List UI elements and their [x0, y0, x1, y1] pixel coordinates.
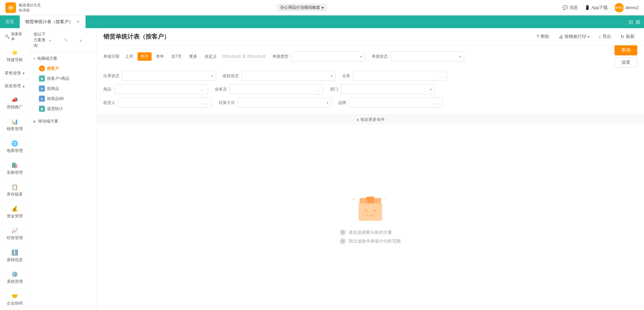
scheme-group-desktop-title[interactable]: ▾ 电脑端方案	[30, 54, 96, 63]
filter-out-status: 出库状态 ▾	[103, 71, 216, 81]
sidebar-item-basic-info[interactable]: ℹ️ 基础信息	[0, 245, 29, 267]
filter-dept: 部门 ▾	[330, 84, 435, 94]
avatar: demo2	[614, 3, 624, 12]
app-download-btn[interactable]: 📱 App下载	[585, 5, 608, 11]
svg-point-1	[10, 8, 11, 9]
ellipsis-icon: …	[438, 73, 444, 79]
tab-bar-right: ⊟ ⊞	[629, 19, 644, 25]
ellipsis-icon: …	[204, 100, 209, 105]
warehouse-input[interactable]: …	[353, 71, 447, 81]
chevron-down-icon: ▾	[211, 74, 213, 78]
date-btn-custom[interactable]: 自定义	[202, 52, 220, 61]
scheme-group-desktop: ▾ 电脑端方案 ● 按客户 ▦ 按客户+商品 ▤ 按商品 ▤ 按商品99 ▦ 退…	[30, 52, 96, 115]
settings-btn[interactable]: 设置	[614, 57, 637, 67]
scheme-group-mobile-title[interactable]: ▶ 移动端方案	[30, 116, 96, 126]
sidebar-item-sales-mgmt[interactable]: 📊 销售管理	[0, 114, 29, 136]
star-icon: ⭐	[11, 49, 18, 56]
customer-scheme-icon: ●	[39, 65, 45, 71]
collapse-panel-btn[interactable]: «	[79, 38, 92, 43]
date-btn-last-month[interactable]: 上月	[122, 52, 136, 61]
filter-salesperson: 业务员 …	[215, 84, 323, 94]
scheme-item-by-product[interactable]: ▤ 按商品	[30, 84, 96, 94]
sidebar-item-ops-mgmt[interactable]: 📈 经营管理	[0, 223, 29, 245]
chevron-up-icon: ∧	[356, 117, 359, 122]
scheme-item-return-stat[interactable]: ▦ 退货统计	[30, 104, 96, 114]
sidebar-item-retail-mgmt[interactable]: 零售管理 ▾	[0, 67, 29, 80]
product-input[interactable]: …	[114, 84, 208, 94]
sidebar-item-wholesale-mgmt[interactable]: 批发管理 ▴	[0, 80, 29, 93]
scheme-item-by-customer-product[interactable]: ▦ 按客户+商品	[30, 73, 96, 84]
left-panel: 按以下方案查询 + ✎ « ▾ 电脑端方案 ● 按客户 ▦ 按客户+商品 ▤ 按…	[30, 28, 97, 310]
date-btn-this-month[interactable]: 本月	[138, 52, 152, 61]
date-range-text: 2023-03-01 至 2023-03-31	[222, 54, 266, 59]
empty-text-list: ① 请先选择要分析的方案 ② 用过滤条件来缩小分析范围	[340, 229, 401, 244]
chart-scheme-icon2: ▦	[39, 106, 45, 112]
search-icon: 🔍	[5, 34, 10, 39]
export-icon: ↓	[599, 34, 601, 39]
scheme-item-by-product-99[interactable]: ▤ 按商品99	[30, 94, 96, 104]
sidebar-item-quick-nav[interactable]: ⭐ 快捷导航	[0, 45, 29, 67]
tab-home[interactable]: 首页	[0, 15, 20, 28]
add-scheme-btn[interactable]: +	[49, 38, 62, 43]
brand-input[interactable]: …	[349, 98, 443, 108]
chevron-icon: ▾	[23, 71, 24, 75]
tab-sales-stat[interactable]: 销货单统计表（按客户） ✕	[20, 15, 86, 28]
table-scheme-icon: ▤	[39, 86, 45, 92]
date-btn-more[interactable]: 更多	[186, 52, 200, 61]
settle-method-select[interactable]: ▾	[237, 98, 331, 108]
refresh-icon: ↻	[621, 34, 625, 39]
sidebar-item-inventory-check[interactable]: 📋 库存核算	[0, 180, 29, 202]
tab-minimize-btn[interactable]: ⊟	[629, 19, 633, 25]
industry-selector[interactable]: 办公用品行业模拟账套 ▾	[277, 4, 327, 11]
sidebar-item-ecommerce-mgmt[interactable]: 🌐 电商管理	[0, 136, 29, 158]
filter-warehouse: 仓库 …	[342, 71, 447, 81]
empty-state: ✦ ✦ ✦ ① 请先选择要分析的方案 ② 用过滤条件来缩小分析范围	[97, 124, 644, 310]
date-buttons: 上月 本月 本年 近7天 更多 自定义	[122, 52, 220, 61]
template-print-btn[interactable]: 🖨 按模板打印 ▾	[556, 32, 592, 41]
chevron-icon: ▴	[23, 84, 24, 88]
export-btn[interactable]: ↓ 导出	[596, 32, 614, 41]
refresh-btn[interactable]: ↻ 刷新	[618, 32, 637, 41]
date-btn-this-year[interactable]: 本年	[153, 52, 167, 61]
sidebar-item-enterprise-collab[interactable]: 🤝 企业协同	[0, 289, 29, 310]
sidebar: 🔍 搜索菜单 ⭐ 快捷导航 零售管理 ▾ 批发管理 ▴ 📣 营销推广 📊 销售管…	[0, 28, 30, 310]
message-btn[interactable]: 💬 消息	[562, 5, 578, 11]
filter-product: 商品 …	[103, 84, 208, 94]
svg-rect-4	[366, 197, 374, 203]
sidebar-item-marketing[interactable]: 📣 营销推广	[0, 93, 29, 114]
out-status-select[interactable]: ▾	[122, 71, 216, 81]
svg-text:✦: ✦	[382, 205, 384, 208]
ellipsis-icon: …	[434, 100, 440, 105]
edit-scheme-btn[interactable]: ✎	[64, 38, 77, 43]
inventory-icon: 📋	[11, 184, 18, 190]
svg-text:✦: ✦	[384, 196, 386, 200]
sidebar-item-search-menu[interactable]: 🔍 搜索菜单	[0, 28, 29, 45]
chart-scheme-icon: ▦	[39, 75, 45, 82]
sales-icon: 📊	[11, 118, 18, 125]
scheme-item-by-customer[interactable]: ● 按客户	[30, 63, 96, 73]
tab-close-btn[interactable]: ✕	[76, 19, 80, 24]
query-btn[interactable]: 查询	[614, 45, 637, 55]
sidebar-item-sys-mgmt[interactable]: ⚙️ 系统管理	[0, 267, 29, 289]
doc-type-select[interactable]: ▾	[291, 51, 365, 61]
tab-bar: 首页 销货单统计表（按客户） ✕ ⊟ ⊞	[0, 15, 644, 28]
tab-maximize-btn[interactable]: ⊞	[636, 19, 640, 25]
chevron-down-icon: ▾	[460, 55, 461, 58]
left-panel-header: 按以下方案查询 + ✎ «	[30, 28, 96, 52]
date-btn-last-7[interactable]: 近7天	[168, 52, 185, 61]
page-header: 销货单统计表（按客户） ? 帮助 🖨 按模板打印 ▾ ↓ 导出	[97, 28, 644, 45]
sidebar-item-finance-mgmt[interactable]: 💰 资金管理	[0, 202, 29, 223]
content-area: 销货单统计表（按客户） ? 帮助 🖨 按模板打印 ▾ ↓ 导出	[97, 28, 644, 310]
logo-text: 畅捷通好生意 标准版	[19, 3, 41, 12]
salesperson-input[interactable]: …	[229, 84, 323, 94]
user-menu[interactable]: demo2 demo2	[614, 3, 639, 12]
filter-date: 单据日期 上月 本月 本年 近7天 更多 自定义 2023-03-01 至 20…	[103, 52, 266, 61]
receipt-status-select[interactable]: ▾	[241, 71, 335, 81]
doc-status-select[interactable]: ▾	[390, 51, 464, 61]
consignee-input[interactable]: …	[118, 98, 212, 108]
filter-row-1: 单据日期 上月 本月 本年 近7天 更多 自定义 2023-03-01 至 20…	[103, 45, 637, 67]
dept-select[interactable]: ▾	[341, 84, 435, 94]
help-btn[interactable]: ? 帮助	[534, 32, 552, 41]
sidebar-item-purchase-mgmt[interactable]: 🛍️ 采购管理	[0, 158, 29, 180]
collapse-bar[interactable]: ∧ 收起更多条件	[97, 114, 644, 124]
